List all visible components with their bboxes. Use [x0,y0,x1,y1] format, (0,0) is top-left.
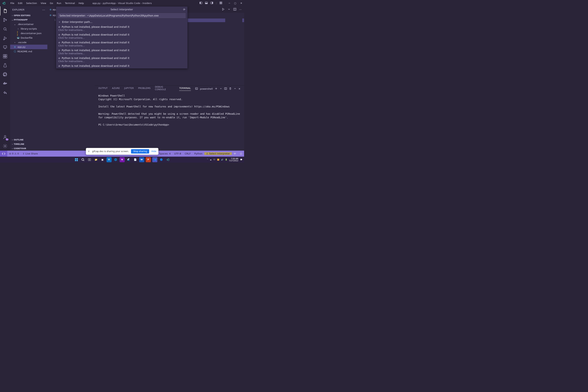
tree-file[interactable]: ⊕app.py [10,45,47,49]
activity-github[interactable] [0,70,10,79]
panel-tab-azure[interactable]: AZURE [112,87,120,90]
customize-layout-icon[interactable] [220,2,222,5]
quickpick-item[interactable]: ⊘Python is not installed, please downloa… [56,64,188,68]
terminal-content[interactable]: Windows PowerShell Copyright (C) Microso… [95,92,244,139]
taskbar-notepad-icon[interactable]: 📄 [133,157,138,162]
toggle-primary-sidebar-icon[interactable] [200,2,202,5]
menu-view[interactable]: View [39,1,48,6]
panel-tab-problems[interactable]: PROBLEMS [138,87,151,90]
section-workspace[interactable]: ⌄PYTHONAPP [10,18,47,22]
hide-sharing-button[interactable]: Hide [151,150,156,153]
quickpick-item[interactable]: ⊘Python is not installed, please downloa… [56,40,188,48]
section-outline[interactable]: ›OUTLINE [10,138,47,142]
taskbar-onenote-icon[interactable]: N [120,157,125,162]
quickpick-item[interactable]: ⊘Python is not installed, please downloa… [56,56,188,64]
editor-more-icon[interactable]: ⋯ [239,8,242,11]
tree-file[interactable]: ⓘREADME.md [10,49,47,54]
activity-accounts[interactable]: 1 [0,132,10,142]
status-indentation[interactable]: Spaces: 4 [157,152,172,155]
menu-terminal[interactable]: Terminal [63,1,77,6]
taskbar-chrome-icon[interactable]: 🔵 [159,157,164,162]
menu-go[interactable]: Go [48,1,55,6]
activity-settings[interactable] [0,142,10,151]
activity-extensions[interactable] [0,52,10,61]
tree-file[interactable]: 🐳Dockerfile [10,36,47,40]
toggle-secondary-sidebar-icon[interactable] [210,2,213,5]
panel-tab-terminal[interactable]: TERMINAL [179,87,191,91]
tray-battery-icon[interactable]: 🔋 [225,158,227,160]
terminal-shell-name[interactable]: powershell [200,88,213,90]
terminal-new-dropdown-icon[interactable] [220,87,222,90]
panel-maximize-icon[interactable] [234,87,236,90]
taskbar-vscode-insiders-icon[interactable] [165,157,170,162]
status-language-mode[interactable]: Python [192,152,204,155]
taskbar-outlook-icon[interactable]: O [106,157,112,162]
tray-security-icon[interactable]: 🛡 [214,158,215,160]
panel-tab-output[interactable]: OUTPUT [98,87,108,90]
taskbar-terminal-icon[interactable]: ▣ [100,157,105,162]
activity-testing[interactable] [0,61,10,70]
terminal-split-icon[interactable] [224,87,227,90]
status-remote-icon[interactable] [0,151,7,156]
taskbar-task-view-icon[interactable] [87,157,92,162]
activity-source-control[interactable] [0,16,10,24]
window-maximize-icon[interactable]: ▢ [234,2,236,4]
pause-icon[interactable]: ⏸ [88,150,90,153]
explorer-more-icon[interactable]: ⋯ [42,8,45,12]
activity-live-share[interactable] [0,88,10,97]
stop-sharing-button[interactable]: Stop sharing [131,149,149,154]
window-minimize-icon[interactable]: ─ [229,2,230,4]
activity-run-debug[interactable] [0,34,10,43]
status-notifications-icon[interactable] [238,152,244,155]
taskbar-file-explorer-icon[interactable]: 📁 [94,157,98,162]
tree-file[interactable]: { }devcontainer.json [10,31,47,36]
tray-notifications-icon[interactable]: 💬 [240,158,242,160]
tray-clock[interactable]: 7:58 AM 7/27/2022 [229,158,238,162]
quickpick-input[interactable]: Selected Interpreter: ~\AppData\Local\Pr… [58,13,186,18]
menu-help[interactable]: Help [77,1,86,6]
split-editor-icon[interactable] [234,8,236,11]
taskbar-edge-icon[interactable]: 🌊 [126,157,131,162]
activity-search[interactable] [0,24,10,34]
status-encoding[interactable]: UTF-8 [172,152,183,155]
status-problems[interactable]: ⊘0 ⚠0 [7,151,21,156]
taskbar-powerpoint-icon[interactable]: P [146,157,151,162]
toggle-panel-icon[interactable] [205,2,208,5]
terminal-kill-icon[interactable] [229,87,232,90]
tray-chevron-up-icon[interactable]: ˄ [207,158,208,160]
quickpick-item[interactable]: ⊘Python is not installed, please downloa… [56,25,188,32]
status-live-share[interactable]: ⇪Live Share [21,151,40,156]
window-close-icon[interactable]: ✕ [240,2,242,4]
taskbar-word-icon[interactable]: W [139,157,144,162]
activity-remote-explorer[interactable] [0,43,10,52]
tray-wifi-icon[interactable]: 📶 [217,158,219,160]
tray-volume-icon[interactable]: 🔊 [221,158,223,160]
taskbar-app-icon[interactable]: 🌐 [113,157,118,162]
status-select-interpreter[interactable]: ⚠Select Interpreter [204,152,232,155]
taskbar-teams-icon[interactable]: 👥 [152,157,157,162]
panel-close-icon[interactable]: ✕ [238,88,240,90]
tray-onedrive-icon[interactable]: ☁ [210,158,212,160]
activity-docker[interactable] [0,79,10,88]
run-file-icon[interactable] [222,8,225,11]
status-feedback-icon[interactable] [232,152,238,155]
taskbar-start-icon[interactable] [74,157,79,162]
quickpick-enter-path[interactable]: ＋Enter interpreter path... [56,20,188,25]
menu-selection[interactable]: Selection [24,1,39,6]
status-eol[interactable]: CRLF [183,152,192,155]
panel-tab-jupyter[interactable]: JUPYTER [124,87,134,90]
tree-folder[interactable]: ›library-scripts [10,26,47,31]
tree-folder[interactable]: ⌄.devcontainer [10,22,47,26]
quickpick-refresh-icon[interactable]: ⟳ [183,8,185,11]
activity-explorer[interactable] [0,6,10,16]
quickpick-item[interactable]: ⊘Python is not installed, please downloa… [56,48,188,56]
section-codetour[interactable]: ›CODETOUR [10,146,47,151]
quickpick-item[interactable]: ⊘Python is not installed, please downloa… [56,32,188,40]
minimap-slider[interactable] [242,18,244,22]
run-dropdown-icon[interactable] [228,8,230,11]
terminal-new-icon[interactable] [215,87,218,90]
menu-run[interactable]: Run [55,1,63,6]
taskbar-search-icon[interactable] [80,157,86,162]
tree-folder[interactable]: ›.vscode [10,40,47,45]
section-open-editors[interactable]: ›OPEN EDITORS [10,13,47,18]
